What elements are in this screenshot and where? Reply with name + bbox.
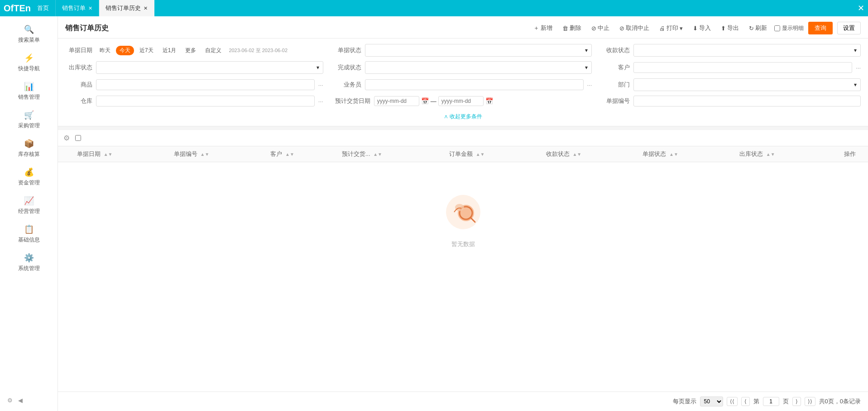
table-toolbar: ⚙: [58, 130, 868, 146]
sidebar-settings-icon[interactable]: ⚙: [7, 397, 13, 404]
date-filter: 昨天 今天 近7天 近1月 更多 自定义 2023-06-02 至 2023-0…: [96, 46, 323, 55]
page-last-btn[interactable]: ⟩⟩: [805, 397, 815, 406]
tab-sales-history[interactable]: 销售订单历史 ✕: [99, 0, 154, 16]
page-prev-btn[interactable]: ⟨: [741, 397, 750, 406]
doc-status-select[interactable]: ▾: [365, 44, 592, 57]
date-1month[interactable]: 近1月: [159, 46, 180, 55]
new-button[interactable]: ＋ 新增: [531, 23, 555, 34]
filter-item-warehouse: 仓库 ···: [65, 96, 323, 106]
sidebar-item-finance[interactable]: 💰 资金管理: [0, 163, 58, 191]
filter-item-doc-number: 单据编号: [603, 96, 861, 106]
sidebar-item-search[interactable]: 🔍 搜索菜单: [0, 20, 58, 48]
filter-item-customer: 客户 ···: [603, 62, 861, 73]
print-button[interactable]: 🖨 打印 ▾: [657, 23, 686, 34]
th-doc-status[interactable]: 单据状态 ▲▼: [638, 146, 735, 162]
show-detail-checkbox[interactable]: [774, 25, 780, 31]
import-button[interactable]: ⬇ 导入: [690, 23, 714, 34]
window-close-btn[interactable]: ✕: [858, 3, 864, 13]
main-layout: 🔍 搜索菜单 ⚡ 快捷导航 📊 销售管理 🛒 采购管理 📦 库存核算 💰 资金管…: [0, 16, 868, 411]
cancel-stop-button[interactable]: ⊘ 取消中止: [617, 23, 652, 34]
stop-button[interactable]: ⊘ 中止: [589, 23, 612, 34]
warehouse-input[interactable]: [96, 96, 315, 106]
empty-illustration: [441, 189, 486, 235]
date-yesterday[interactable]: 昨天: [96, 46, 114, 55]
complete-status-select[interactable]: ▾: [365, 61, 592, 74]
sidebar-item-operations[interactable]: 📈 经营管理: [0, 191, 58, 220]
doc-status-chevron: ▾: [585, 47, 588, 53]
purchase-icon: 🛒: [24, 110, 34, 120]
collapse-btn[interactable]: ∧ 收起更多条件: [444, 113, 482, 120]
finance-icon: 💰: [24, 167, 34, 177]
salesperson-dots[interactable]: ···: [587, 82, 592, 88]
complete-status-chevron: ▾: [585, 64, 588, 71]
payment-status-select[interactable]: ▾: [633, 44, 861, 57]
th-doc-status-label: 单据状态: [643, 150, 666, 157]
total-label: 共0页，0条记录: [819, 397, 861, 406]
th-payment-status[interactable]: 收款状态 ▲▼: [542, 146, 638, 162]
sidebar-item-quicknav[interactable]: ⚡ 快捷导航: [0, 48, 58, 77]
salesperson-input[interactable]: [365, 79, 584, 90]
page-input[interactable]: [763, 397, 779, 406]
th-delivery[interactable]: 预计交货... ▲▼: [337, 146, 445, 162]
sidebar-item-system[interactable]: ⚙️ 系统管理: [0, 248, 58, 277]
sidebar-item-system-label: 系统管理: [18, 265, 40, 272]
query-button[interactable]: 查询: [808, 22, 833, 34]
customer-dots[interactable]: ···: [856, 64, 861, 71]
tab-sales-history-close[interactable]: ✕: [144, 5, 148, 11]
warehouse-dots[interactable]: ···: [318, 98, 323, 105]
date-7days[interactable]: 近7天: [136, 46, 157, 55]
sidebar-collapse-icon[interactable]: ◀: [18, 397, 23, 404]
doc-number-label: 单据编号: [603, 97, 630, 105]
sidebar: 🔍 搜索菜单 ⚡ 快捷导航 📊 销售管理 🛒 采购管理 📦 库存核算 💰 资金管…: [0, 16, 58, 411]
th-docnum-sort: ▲▼: [200, 152, 209, 157]
sidebar-item-inventory[interactable]: 📦 库存核算: [0, 134, 58, 163]
th-operations-label: 操作: [844, 150, 856, 157]
settings-button[interactable]: 设置: [837, 22, 861, 34]
th-amount[interactable]: 订单金额 ▲▼: [445, 146, 542, 162]
top-bar: OfTEn 首页 销售订单 ✕ 销售订单历史 ✕ ✕: [0, 0, 868, 16]
tab-home[interactable]: 首页: [31, 0, 56, 16]
date-more[interactable]: 更多: [182, 46, 200, 55]
delivery-status-select[interactable]: ▾: [96, 61, 323, 74]
department-select[interactable]: ▾: [633, 78, 861, 91]
sidebar-item-basicinfo[interactable]: 📋 基础信息: [0, 220, 58, 248]
date-today[interactable]: 今天: [116, 46, 134, 55]
delivery-date-label: 预计交货日期: [334, 97, 370, 105]
table-select-all-checkbox[interactable]: [75, 135, 81, 141]
delivery-date-to[interactable]: [438, 96, 484, 106]
table-settings-icon[interactable]: ⚙: [63, 134, 70, 142]
sidebar-item-sales[interactable]: 📊 销售管理: [0, 77, 58, 106]
page-first-btn[interactable]: ⟨⟨: [727, 397, 738, 406]
th-date[interactable]: 单据日期 ▲▼: [72, 146, 169, 162]
delivery-date-from[interactable]: [374, 96, 419, 106]
delete-button[interactable]: 🗑 删除: [560, 23, 584, 34]
th-outbound-status[interactable]: 出库状态 ▲▼: [735, 146, 832, 162]
page-next-btn[interactable]: ⟩: [792, 397, 801, 406]
sidebar-item-finance-label: 资金管理: [18, 179, 40, 187]
brand: OfTEn: [4, 3, 31, 14]
product-input[interactable]: [96, 79, 315, 90]
filter-item-doc-status: 单据状态 ▾: [334, 44, 592, 57]
date-custom[interactable]: 自定义: [201, 46, 225, 55]
refresh-button[interactable]: ↻ 刷新: [746, 23, 770, 34]
print-label: 打印: [667, 24, 678, 32]
tab-sales-order[interactable]: 销售订单 ✕: [56, 0, 99, 16]
th-customer[interactable]: 客户 ▲▼: [266, 146, 337, 162]
delivery-status-label: 出库状态: [65, 63, 92, 72]
tab-sales-order-close[interactable]: ✕: [88, 5, 92, 11]
calendar-to-icon[interactable]: 📅: [485, 97, 493, 105]
content-area: 销售订单历史 ＋ 新增 🗑 删除 ⊘ 中止 ⊘ 取消中止: [58, 16, 868, 411]
export-button[interactable]: ⬆ 导出: [718, 23, 742, 34]
sidebar-item-purchase[interactable]: 🛒 采购管理: [0, 106, 58, 134]
th-docnum[interactable]: 单据编号 ▲▼: [169, 146, 266, 162]
import-icon: ⬇: [693, 25, 698, 32]
product-dots[interactable]: ···: [318, 82, 323, 88]
show-detail-checkbox-label[interactable]: 显示明细: [774, 24, 804, 32]
per-page-select[interactable]: 10 20 50 100: [700, 396, 723, 406]
customer-input[interactable]: [633, 62, 852, 73]
doc-number-input[interactable]: [633, 96, 861, 106]
calendar-from-icon[interactable]: 📅: [421, 97, 429, 105]
page-label: 第: [753, 397, 759, 406]
filter-item-salesperson: 业务员 ···: [334, 79, 592, 90]
basicinfo-icon: 📋: [24, 224, 34, 234]
